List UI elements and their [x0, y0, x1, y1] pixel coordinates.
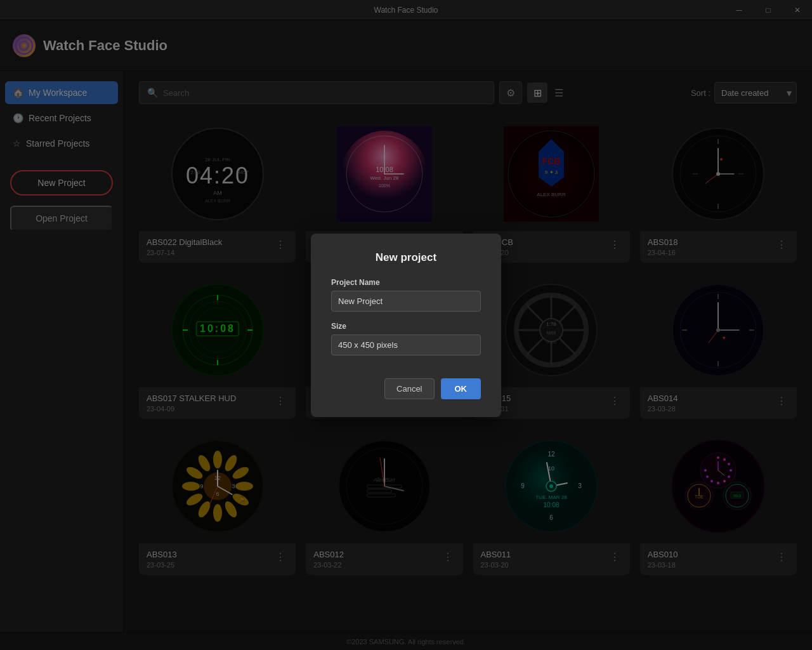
- modal-overlay[interactable]: New project Project Name Size Cancel OK: [0, 0, 812, 650]
- cancel-button[interactable]: Cancel: [384, 378, 434, 399]
- project-name-input[interactable]: [331, 291, 481, 312]
- project-name-label: Project Name: [331, 278, 481, 287]
- modal-buttons: Cancel OK: [331, 378, 481, 399]
- size-input[interactable]: [331, 335, 481, 355]
- new-project-modal: New project Project Name Size Cancel OK: [311, 234, 501, 417]
- modal-title: New project: [331, 251, 481, 264]
- ok-button[interactable]: OK: [441, 378, 481, 399]
- size-label: Size: [331, 322, 481, 331]
